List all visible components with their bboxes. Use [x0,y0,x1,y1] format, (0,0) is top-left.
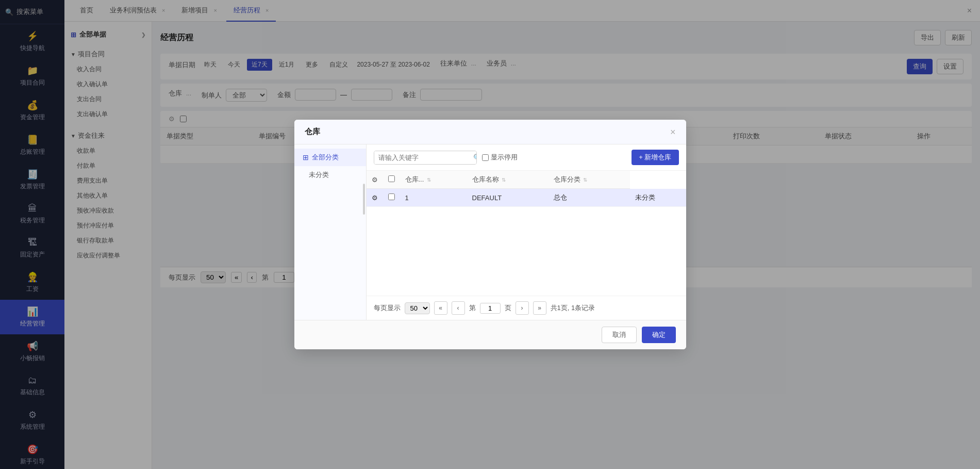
dialog-left-panel: ⊞ 全部分类 未分类 [294,144,367,320]
left-scroll-space [294,184,366,287]
row-name: 总仓 [549,189,630,207]
dialog-left-uncat-label: 未分类 [309,170,329,180]
dialog-per-page-label: 每页显示 [374,303,401,313]
row-id: 1 [400,189,467,207]
dialog-page-unit: 页 [505,303,511,313]
row-checkbox[interactable] [388,193,395,200]
dialog-last-btn[interactable]: » [533,301,546,315]
modal-overlay[interactable]: 仓库 × ⊞ 全部分类 未分类 [0,0,980,469]
dialog-page-label: 第 [469,303,476,313]
sort-icon-code: ⇅ [427,177,431,183]
add-warehouse-btn[interactable]: + 新增仓库 [632,150,678,165]
col-category-label: 仓库分类 [554,175,580,183]
col-check [383,171,400,189]
dialog-table-row[interactable]: ⚙ 1 DEFAULT 总仓 未分类 [367,189,686,207]
show-disabled-checkbox[interactable] [482,154,489,161]
dialog-next-btn[interactable]: › [516,301,529,315]
sort-icon-category: ⇅ [583,177,587,183]
row-code: DEFAULT [467,189,549,207]
dialog-toolbar: 🔍 显示停用 + 新增仓库 [367,144,686,171]
col-code-label: 仓库... [405,175,424,183]
dialog-table-wrap: ⚙ 仓库... ⇅ 仓库名称 ⇅ [367,171,686,296]
dialog-total-label: 共1页, 1条记录 [551,303,595,313]
dialog-table-header-row: ⚙ 仓库... ⇅ 仓库名称 ⇅ [367,171,686,189]
left-scrollbar [363,184,365,215]
grid-icon-small: ⊞ [303,153,309,161]
dialog-cancel-btn[interactable]: 取消 [602,327,637,343]
dialog-left-all-label: 全部分类 [312,153,339,162]
show-disabled-label[interactable]: 显示停用 [482,153,518,162]
row-check-cell[interactable] [383,189,400,207]
dialog-page-input[interactable] [480,303,501,314]
dialog-body: ⊞ 全部分类 未分类 [294,144,686,320]
col-category[interactable]: 仓库分类 ⇅ [549,171,630,189]
sort-icon-name: ⇅ [502,177,506,183]
row-category: 未分类 [630,189,686,207]
col-name[interactable]: 仓库名称 ⇅ [467,171,549,189]
dialog-right-panel: 🔍 显示停用 + 新增仓库 ⚙ [367,144,686,320]
dialog-search-input[interactable] [374,151,469,164]
col-gear: ⚙ [367,171,383,189]
dialog-first-btn[interactable]: « [434,301,447,315]
dialog-pagination: 每页显示 50 « ‹ 第 页 › » 共1页, 1条记录 [367,296,686,320]
dialog-left-uncat[interactable]: 未分类 [294,166,366,184]
row-gear[interactable]: ⚙ [367,189,383,207]
dialog-search-box: 🔍 [374,151,477,165]
dialog-left-scroll: ⊞ 全部分类 未分类 [294,149,366,287]
dialog-per-page-select[interactable]: 50 [405,302,430,314]
dialog-confirm-btn[interactable]: 确定 [642,327,676,343]
dialog-search-btn[interactable]: 🔍 [469,151,477,164]
col-name-label: 仓库名称 [472,175,499,183]
dialog-header: 仓库 × [294,120,686,144]
dialog-close-btn[interactable]: × [670,127,676,137]
dialog-prev-btn[interactable]: ‹ [452,301,465,315]
dialog-select-all[interactable] [388,175,395,182]
row-gear-icon: ⚙ [372,194,378,202]
col-code[interactable]: 仓库... ⇅ [400,171,467,189]
warehouse-dialog: 仓库 × ⊞ 全部分类 未分类 [294,120,686,349]
dialog-footer: 取消 确定 [294,320,686,349]
show-disabled-text: 显示停用 [491,153,518,162]
dialog-left-all[interactable]: ⊞ 全部分类 [294,149,366,166]
dialog-title: 仓库 [305,127,320,137]
dialog-table: ⚙ 仓库... ⇅ 仓库名称 ⇅ [367,171,686,207]
